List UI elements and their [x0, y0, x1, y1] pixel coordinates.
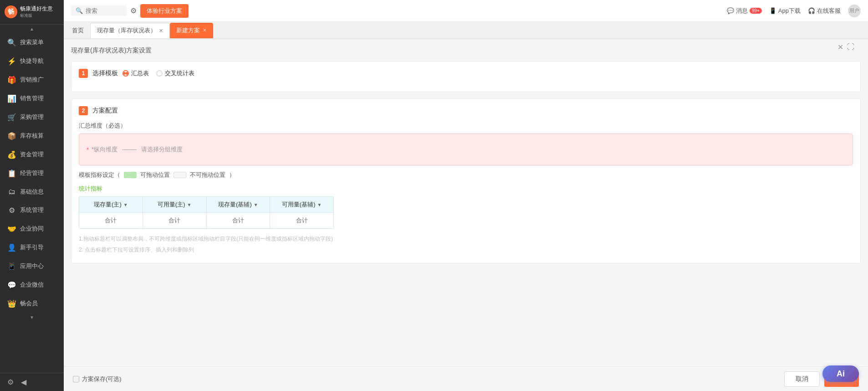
tab-inventory-label: 现存量（库存状况表） [97, 26, 156, 35]
save-option[interactable]: 方案保存(可选) [73, 375, 122, 383]
sidebar-item-apps-label: 应用中心 [20, 262, 44, 270]
stats-col-1-label: 现存量(主) [94, 201, 122, 209]
sidebar-item-member[interactable]: 👑畅会员 [0, 294, 64, 313]
tab-new-plan-close[interactable]: ✕ [203, 27, 207, 33]
online-service-btn[interactable]: 🎧 在线客服 [808, 7, 841, 15]
tab-inventory-close[interactable]: ✕ [159, 28, 163, 34]
sidebar-item-search-label: 搜索菜单 [20, 38, 44, 46]
app-version: 标准版 [20, 13, 53, 19]
section-1-num: 1 [79, 69, 88, 78]
basic-icon: 🗂 [7, 188, 16, 196]
template-indicator-prefix: 模板指标设定（ [79, 171, 120, 179]
marketing-icon: 🎁 [7, 76, 16, 84]
template-indicator-suffix: ） [229, 171, 235, 179]
draggable-indicator [124, 172, 137, 178]
sidebar-item-purchase[interactable]: 🛒采购管理 [0, 108, 64, 127]
sidebar-item-apps[interactable]: 📱应用中心 [0, 257, 64, 276]
search-icon: 🔍 [76, 7, 83, 14]
corp-icon: 🤝 [7, 225, 16, 233]
col-4-dropdown[interactable]: ▼ [317, 202, 322, 207]
template-radio-group: 汇总表 交叉统计表 [123, 69, 194, 77]
header-right: 💬 消息 99+ 📱 App下载 🎧 在线客服 用户 [727, 5, 861, 17]
sidebar-item-basic[interactable]: 🗂基础信息 [0, 183, 64, 201]
sidebar-item-sales[interactable]: 📊销售管理 [0, 89, 64, 108]
save-label: 方案保存(可选) [82, 375, 122, 383]
sidebar-item-marketing[interactable]: 🎁营销推广 [0, 71, 64, 89]
col-1-dropdown[interactable]: ▼ [123, 202, 128, 207]
tip-2: 2. 点击标题栏下拉可设置排序、插入列和删除列 [79, 245, 853, 255]
settings-icon[interactable]: ⚙ [7, 378, 14, 386]
fixed-indicator [174, 172, 186, 178]
sidebar-item-quick-nav-label: 快捷导航 [20, 57, 44, 65]
stats-body-1: 合计 [79, 213, 143, 228]
sidebar-item-wechat[interactable]: 💬企业微信 [0, 276, 64, 294]
sidebar-item-system-label: 系统管理 [20, 206, 44, 214]
radio-summary-label: 汇总表 [131, 69, 149, 77]
col-3-dropdown[interactable]: ▼ [254, 202, 258, 207]
stats-col-3[interactable]: 现存量(基辅) ▼ [207, 197, 271, 212]
radio-cross-dot [156, 70, 163, 77]
tab-bar: 首页 现存量（库存状况表） ✕ 新建方案 ✕ [64, 22, 868, 39]
stats-col-2-label: 可用量(主) [158, 201, 185, 209]
sidebar-item-newcomer[interactable]: 👤新手引导 [0, 238, 64, 257]
collapse-icon[interactable]: ◀ [21, 378, 26, 386]
logo-icon: 畅 [5, 5, 17, 18]
search-bar[interactable]: 🔍 [71, 5, 127, 16]
stats-col-2[interactable]: 可用量(主) ▼ [143, 197, 207, 212]
sidebar-item-business[interactable]: 📋经营管理 [0, 164, 64, 183]
expand-icon[interactable]: ⛶ [847, 43, 854, 51]
tab-inventory[interactable]: 现存量（库存状况表） ✕ [90, 23, 170, 38]
save-checkbox[interactable] [73, 376, 79, 382]
sidebar-item-corp[interactable]: 🤝企业协同 [0, 220, 64, 238]
user-avatar[interactable]: 用户 [848, 5, 861, 17]
gear-icon[interactable]: ⚙ [130, 6, 137, 15]
ai-button[interactable]: Ai [822, 365, 859, 382]
sales-icon: 📊 [7, 94, 16, 103]
sidebar-item-system[interactable]: ⚙系统管理 [0, 201, 64, 220]
sidebar-item-finance-label: 资金管理 [20, 150, 44, 159]
sidebar-item-finance[interactable]: 💰资金管理 [0, 145, 64, 164]
section-2-num: 2 [79, 106, 88, 115]
sidebar-item-sales-label: 销售管理 [20, 94, 44, 103]
app-download-btn[interactable]: 📱 App下载 [769, 7, 801, 15]
close-panel-icon[interactable]: ✕ [837, 43, 843, 51]
footer-bar: 方案保存(可选) 取消 查询 [64, 366, 868, 391]
cancel-button[interactable]: 取消 [784, 371, 820, 387]
top-header: 🔍 ⚙ 体验行业方案 💬 消息 99+ 📱 App下载 🎧 在线客服 用户 [64, 0, 868, 22]
wechat-icon: 💬 [7, 281, 16, 289]
stats-col-4[interactable]: 可用量(基辅) ▼ [270, 197, 333, 212]
sidebar-item-inventory[interactable]: 📦库存核算 [0, 127, 64, 145]
page-title: 现存量(库存状况表)方案设置 [71, 46, 861, 55]
tab-new-plan[interactable]: 新建方案 ✕ [170, 23, 213, 38]
sidebar-item-search[interactable]: 🔍搜索菜单 [0, 33, 64, 52]
draggable-label: 可拖动位置 [140, 171, 170, 179]
sidebar-item-member-label: 畅会员 [20, 299, 38, 308]
col-2-dropdown[interactable]: ▼ [187, 202, 192, 207]
app-name: 畅康通好生意 [20, 5, 53, 13]
stats-table-header: 现存量(主) ▼ 可用量(主) ▼ 现存量(基辅) ▼ 可用量(基辅) [79, 197, 333, 212]
section-2-header: 2 方案配置 [79, 106, 853, 115]
sidebar-item-quick-nav[interactable]: ⚡快捷导航 [0, 52, 64, 71]
sidebar-scroll-up[interactable]: ▲ [0, 25, 64, 33]
stats-table: 现存量(主) ▼ 可用量(主) ▼ 现存量(基辅) ▼ 可用量(基辅) [79, 196, 334, 229]
radio-summary[interactable]: 汇总表 [123, 69, 149, 77]
tips-section: 1.拖动标题栏可以调整布局，不可跨维度或指标区域拖动栏目字段(只能在同一维度或指… [79, 234, 853, 255]
section-1-card: 1 选择模板 汇总表 交叉统计表 [71, 61, 861, 92]
stats-col-3-label: 现存量(基辅) [218, 201, 252, 209]
dimension-box[interactable]: * *纵向维度 —— 请选择分组维度 [79, 134, 853, 165]
stats-section: 统计指标 现存量(主) ▼ 可用量(主) ▼ 现存量(基辅) [79, 185, 853, 229]
stats-body-4: 合计 [270, 213, 333, 228]
fixed-label: 不可拖动位置 [190, 171, 225, 179]
sidebar-scroll-down[interactable]: ▼ [0, 313, 64, 322]
sidebar-item-purchase-label: 采购管理 [20, 113, 44, 121]
message-label: 消息 [736, 7, 748, 15]
content-area: ✕ ⛶ 现存量(库存状况表)方案设置 1 选择模板 汇总表 [64, 39, 868, 366]
stats-col-1[interactable]: 现存量(主) ▼ [79, 197, 143, 212]
tab-home[interactable]: 首页 [66, 23, 90, 38]
message-btn[interactable]: 💬 消息 99+ [727, 7, 762, 15]
stats-label: 统计指标 [79, 185, 853, 193]
search-input[interactable] [86, 7, 122, 14]
trial-button[interactable]: 体验行业方案 [140, 4, 189, 18]
apps-icon: 📱 [7, 262, 16, 271]
radio-cross[interactable]: 交叉统计表 [156, 69, 194, 77]
